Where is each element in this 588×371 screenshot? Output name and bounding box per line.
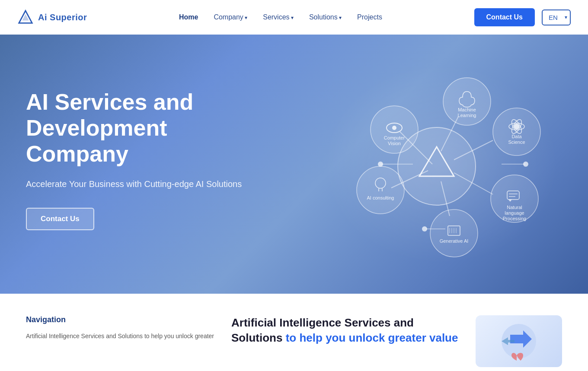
language-selector-wrapper: EN DE FR xyxy=(542,10,571,25)
nav-link-projects[interactable]: Projects xyxy=(357,13,382,21)
cv-icon-pupil xyxy=(392,126,396,130)
logo[interactable]: Ai Superior xyxy=(17,9,87,25)
nav-item-projects[interactable]: Projects xyxy=(357,13,382,21)
nav-item-solutions[interactable]: Solutions xyxy=(309,13,342,21)
circle-consulting xyxy=(357,166,404,214)
content-title: Artificial Intelligence Services and Sol… xyxy=(231,315,458,346)
hero-content: AI Services and Development Company Acce… xyxy=(26,89,259,230)
dot-bottom xyxy=(422,226,427,231)
hero-cta-button[interactable]: Contact Us xyxy=(26,208,94,230)
content-title-highlight: to help you unlock greater value xyxy=(286,331,458,344)
nlp-label-2: language xyxy=(505,210,524,216)
bottom-section: Navigation Artificial Intelligence Servi… xyxy=(0,294,588,371)
ml-label-1: Machine xyxy=(458,107,476,112)
nav-link-home[interactable]: Home xyxy=(179,13,198,21)
illustration-svg xyxy=(484,317,553,365)
logo-icon xyxy=(17,9,34,25)
ds-label-1: Data xyxy=(511,134,522,139)
content-column: Artificial Intelligence Services and Sol… xyxy=(231,315,458,367)
genai-label-1: Generative AI xyxy=(440,238,469,244)
navbar: Ai Superior Home Company Services Soluti… xyxy=(0,0,588,35)
bottom-illustration xyxy=(480,315,558,367)
nav-link-solutions[interactable]: Solutions xyxy=(309,13,342,21)
hero-section: AI Services and Development Company Acce… xyxy=(0,35,588,294)
ds-label-2: Science xyxy=(508,140,525,145)
circle-ml xyxy=(443,78,491,125)
nav-right: Contact Us EN DE FR xyxy=(474,8,571,26)
nav-column-text: Artificial Intelligence Services and Sol… xyxy=(26,331,214,341)
hero-diagram: Computer Vision Machine Learning Data Sc… xyxy=(320,60,562,268)
nav-column-title: Navigation xyxy=(26,315,214,324)
ml-label-2: Learning xyxy=(458,113,476,118)
hero-subtitle: Accelerate Your Business with Cutting-ed… xyxy=(26,178,259,190)
ds-icon-center xyxy=(514,124,520,130)
ai-diagram-svg: Computer Vision Machine Learning Data Sc… xyxy=(320,60,562,268)
bottom-image xyxy=(476,315,562,367)
contact-us-button[interactable]: Contact Us xyxy=(474,8,535,26)
nav-item-home[interactable]: Home xyxy=(179,13,198,21)
cv-label-1: Computer xyxy=(384,135,405,140)
hero-title: AI Services and Development Company xyxy=(26,89,259,167)
dot-left xyxy=(378,162,383,167)
consulting-label-1: AI consulting xyxy=(367,195,394,200)
nav-column: Navigation Artificial Intelligence Servi… xyxy=(26,315,214,367)
nav-link-services[interactable]: Services xyxy=(263,13,294,21)
language-select[interactable]: EN DE FR xyxy=(542,10,571,25)
nav-item-company[interactable]: Company xyxy=(214,13,247,21)
nav-link-company[interactable]: Company xyxy=(214,13,247,21)
nav-menu: Home Company Services Solutions Projects xyxy=(179,13,382,21)
dot-right xyxy=(523,162,528,167)
nav-item-services[interactable]: Services xyxy=(263,13,294,21)
nlp-label-3: Processing xyxy=(503,216,526,221)
nlp-label-1: Natural xyxy=(507,205,522,210)
logo-text: Ai Superior xyxy=(38,13,87,22)
cv-label-2: Vision xyxy=(388,141,401,146)
